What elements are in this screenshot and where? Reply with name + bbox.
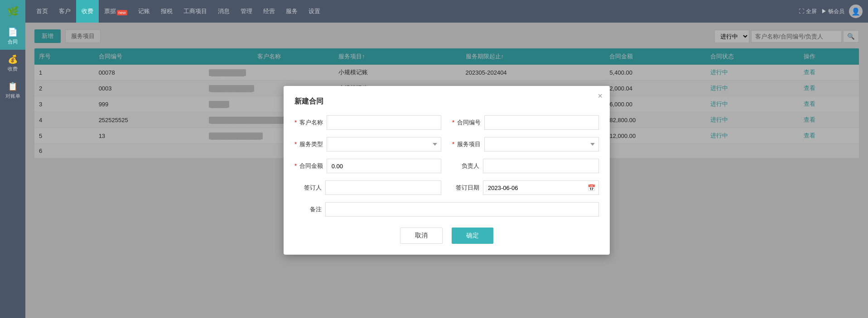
- nav-billing[interactable]: 收费: [76, 0, 99, 23]
- form-row-4: 签订人 签订日期 📅: [294, 180, 599, 195]
- logo-icon: 🌿: [7, 6, 19, 17]
- sidebar-item-statement[interactable]: 📋 对账单: [0, 77, 25, 104]
- contract-no-input[interactable]: [484, 115, 599, 130]
- nav-business[interactable]: 工商项目: [178, 0, 212, 23]
- nav-home[interactable]: 首页: [31, 0, 53, 23]
- fullscreen-button[interactable]: ⛶ 全屏: [799, 8, 816, 15]
- modal-close-button[interactable]: ×: [598, 91, 603, 101]
- customer-name-input[interactable]: [327, 115, 441, 130]
- sign-date-label: 签订日期: [452, 184, 479, 192]
- form-group-service-type: * 服务类型: [294, 137, 441, 152]
- responsible-label: 负责人: [452, 162, 479, 170]
- content-area: 新增 服务项目 进行中 已完成 已取消 🔍 序号 合同编号 客户名称: [25, 23, 868, 318]
- remarks-input[interactable]: [325, 202, 599, 217]
- new-badge: new: [117, 10, 127, 15]
- nav-settings[interactable]: 设置: [303, 0, 326, 23]
- modal-new-contract: × 新建合同 * 客户名称 * 合同编号: [284, 86, 610, 255]
- nav-bookkeeping[interactable]: 记账: [133, 0, 155, 23]
- main-container: 首页 客户 收费 票据 new 记账 报税 工商项目 消息 管理 经营 服务 设…: [25, 0, 868, 318]
- nav-operation[interactable]: 经营: [258, 0, 280, 23]
- form-group-sign-date: 签订日期 📅: [452, 180, 599, 195]
- signer-input[interactable]: [325, 180, 441, 195]
- sidebar-item-contract[interactable]: 📄 合同: [0, 23, 25, 50]
- contract-amount-input[interactable]: [327, 159, 441, 173]
- nav-customer[interactable]: 客户: [53, 0, 76, 23]
- form-group-signer: 签订人: [294, 180, 441, 195]
- form-row-3: * 合同金额 负责人: [294, 159, 599, 173]
- form-row-2: * 服务类型 * 服务项目: [294, 137, 599, 152]
- nav-tax[interactable]: 报税: [155, 0, 178, 23]
- nav-invoice[interactable]: 票据 new: [99, 0, 133, 23]
- calendar-icon[interactable]: 📅: [588, 184, 595, 191]
- user-avatar[interactable]: 👤: [849, 5, 863, 18]
- sign-date-input[interactable]: [483, 180, 599, 195]
- nav-message[interactable]: 消息: [212, 0, 235, 23]
- modal-title: 新建合同: [294, 97, 599, 106]
- form-group-contract-no: * 合同编号: [452, 115, 599, 130]
- service-item-select[interactable]: [484, 137, 599, 152]
- modal-overlay: × 新建合同 * 客户名称 * 合同编号: [25, 23, 868, 318]
- nav-service[interactable]: 服务: [280, 0, 303, 23]
- sidebar: 🌿 📄 合同 💰 收费 📋 对账单: [0, 0, 25, 318]
- service-item-label: * 服务项目: [452, 140, 481, 148]
- form-group-remarks: 备注: [294, 202, 599, 217]
- confirm-button[interactable]: 确定: [452, 228, 493, 244]
- form-group-responsible: 负责人: [452, 159, 599, 173]
- form-group-customer: * 客户名称: [294, 115, 441, 130]
- statement-icon: 📋: [8, 81, 18, 91]
- nav-manage[interactable]: 管理: [235, 0, 258, 23]
- service-type-label: * 服务类型: [294, 140, 323, 148]
- contract-amount-label: * 合同金额: [294, 162, 323, 170]
- vip-button[interactable]: ▶ 畅会员: [821, 8, 844, 15]
- sidebar-item-label: 收费: [8, 66, 18, 72]
- topnav: 首页 客户 收费 票据 new 记账 报税 工商项目 消息 管理 经营 服务 设…: [25, 0, 868, 23]
- form-group-service-item: * 服务项目: [452, 137, 599, 152]
- responsible-input[interactable]: [483, 159, 599, 173]
- sidebar-item-label: 合同: [8, 38, 18, 45]
- form-row-1: * 客户名称 * 合同编号: [294, 115, 599, 130]
- contract-no-label: * 合同编号: [452, 119, 481, 127]
- billing-icon: 💰: [8, 54, 18, 64]
- form-group-amount: * 合同金额: [294, 159, 441, 173]
- contract-icon: 📄: [8, 27, 18, 37]
- app-logo[interactable]: 🌿: [0, 0, 25, 23]
- remarks-label: 备注: [294, 205, 322, 214]
- topnav-right: ⛶ 全屏 ▶ 畅会员 👤: [799, 5, 863, 18]
- cancel-button[interactable]: 取消: [400, 228, 443, 244]
- service-type-select[interactable]: [327, 137, 441, 152]
- modal-footer: 取消 确定: [294, 228, 599, 244]
- sidebar-item-billing[interactable]: 💰 收费: [0, 50, 25, 77]
- form-row-5: 备注: [294, 202, 599, 217]
- sidebar-item-label: 对账单: [5, 93, 20, 100]
- sign-date-wrapper: 📅: [483, 180, 599, 195]
- customer-name-label: * 客户名称: [294, 119, 323, 127]
- signer-label: 签订人: [294, 184, 322, 192]
